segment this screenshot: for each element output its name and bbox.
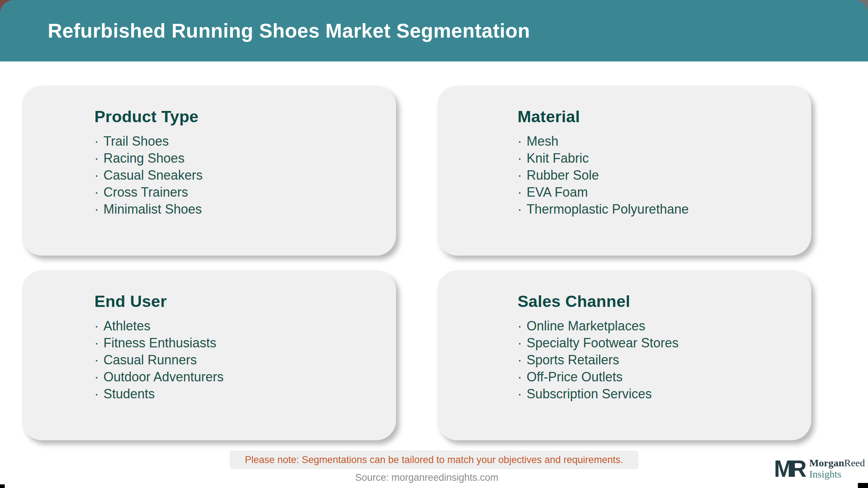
list-item-label: EVA Foam: [527, 185, 588, 200]
bullet-dot: ·: [518, 184, 522, 201]
bullet-dot: ·: [94, 385, 99, 402]
header-band: Refurbished Running Shoes Market Segment…: [0, 0, 868, 61]
list-item: ·Casual Sneakers: [94, 167, 396, 184]
list-item: ·Specialty Footwear Stores: [518, 334, 811, 351]
bullet-dot: ·: [518, 368, 522, 385]
list-item: ·Rubber Sole: [518, 167, 811, 184]
card-material: Material ·Mesh ·Knit Fabric ·Rubber Sole…: [437, 86, 811, 256]
bullet-dot: ·: [518, 334, 522, 351]
logo-company-name: MorganReed: [809, 458, 865, 468]
list-item-label: Racing Shoes: [103, 151, 184, 166]
list-item: ·Sports Retailers: [518, 351, 811, 368]
logo-wordmark: MorganReed Insights: [809, 458, 865, 480]
list-item: ·Subscription Services: [518, 385, 811, 402]
bullet-dot: ·: [94, 184, 99, 201]
logo-subtitle: Insights: [809, 469, 865, 480]
note-row: Please note: Segmentations can be tailor…: [0, 450, 868, 469]
source-row: Source: morganreedinsights.com: [0, 472, 854, 483]
bullet-dot: ·: [518, 150, 522, 167]
list-item-label: Thermoplastic Polyurethane: [527, 202, 689, 217]
list-item: ·Outdoor Adventurers: [94, 368, 396, 385]
bullet-dot: ·: [94, 167, 99, 184]
list-item-label: Rubber Sole: [527, 168, 599, 183]
list-item: ·Thermoplastic Polyurethane: [518, 201, 811, 218]
card-title-sales-channel: Sales Channel: [518, 292, 811, 311]
list-item: ·Racing Shoes: [94, 150, 396, 167]
list-item: ·Casual Runners: [94, 351, 396, 368]
scan-artifact-bottom-right: [858, 483, 868, 488]
list-item: ·Knit Fabric: [518, 150, 811, 167]
source-text: Source: morganreedinsights.com: [355, 472, 498, 483]
list-item-label: Trail Shoes: [103, 134, 169, 149]
list-item-label: Fitness Enthusiasts: [103, 335, 216, 350]
bullet-dot: ·: [94, 150, 99, 167]
logo-name-regular: Reed: [844, 457, 865, 468]
bullet-dot: ·: [518, 167, 522, 184]
list-item: ·Students: [94, 385, 396, 402]
mr-monogram-icon: MR: [774, 458, 804, 480]
list-item-label: Subscription Services: [527, 386, 652, 401]
bullet-dot: ·: [518, 201, 522, 218]
bullet-dot: ·: [94, 317, 99, 334]
list-item: ·Mesh: [518, 133, 811, 150]
page-title: Refurbished Running Shoes Market Segment…: [48, 0, 530, 61]
list-item-label: Casual Sneakers: [103, 168, 203, 183]
list-item: ·Fitness Enthusiasts: [94, 334, 396, 351]
list-item-label: Knit Fabric: [527, 151, 589, 166]
bullet-dot: ·: [518, 133, 522, 150]
bullet-dot: ·: [518, 385, 522, 402]
list-item-label: Casual Runners: [103, 352, 197, 367]
card-title-product-type: Product Type: [94, 107, 396, 126]
list-item: ·Athletes: [94, 317, 396, 334]
morganreed-logo: MR MorganReed Insights: [774, 458, 865, 480]
card-sales-channel: Sales Channel ·Online Marketplaces ·Spec…: [437, 270, 811, 440]
list-item: ·EVA Foam: [518, 184, 811, 201]
list-item-label: Minimalist Shoes: [103, 202, 202, 217]
card-product-type: Product Type ·Trail Shoes ·Racing Shoes …: [22, 86, 396, 256]
bullet-dot: ·: [518, 317, 522, 334]
list-item: ·Off-Price Outlets: [518, 368, 811, 385]
list-item: ·Cross Trainers: [94, 184, 396, 201]
list-item-label: Students: [103, 386, 155, 401]
bullet-dot: ·: [94, 201, 99, 218]
scan-artifact-bottom-left: [0, 484, 5, 488]
list-item-label: Cross Trainers: [103, 185, 188, 200]
list-item-label: Athletes: [103, 318, 150, 333]
bullet-dot: ·: [94, 334, 99, 351]
list-item: ·Minimalist Shoes: [94, 201, 396, 218]
list-item-label: Online Marketplaces: [527, 318, 645, 333]
bullet-dot: ·: [94, 368, 99, 385]
list-item: ·Online Marketplaces: [518, 317, 811, 334]
card-end-user: End User ·Athletes ·Fitness Enthusiasts …: [22, 270, 396, 440]
logo-name-bold: Morgan: [809, 457, 844, 468]
list-item-label: Outdoor Adventurers: [103, 369, 224, 384]
list-item-label: Sports Retailers: [527, 352, 619, 367]
card-title-material: Material: [518, 107, 811, 126]
list-item-label: Specialty Footwear Stores: [527, 335, 678, 350]
list-item-label: Mesh: [527, 134, 558, 149]
bullet-dot: ·: [94, 133, 99, 150]
bullet-dot: ·: [94, 351, 99, 368]
card-title-end-user: End User: [94, 292, 396, 311]
list-item-label: Off-Price Outlets: [527, 369, 622, 384]
list-item: ·Trail Shoes: [94, 133, 396, 150]
disclaimer-note: Please note: Segmentations can be tailor…: [230, 450, 638, 469]
bullet-dot: ·: [518, 351, 522, 368]
